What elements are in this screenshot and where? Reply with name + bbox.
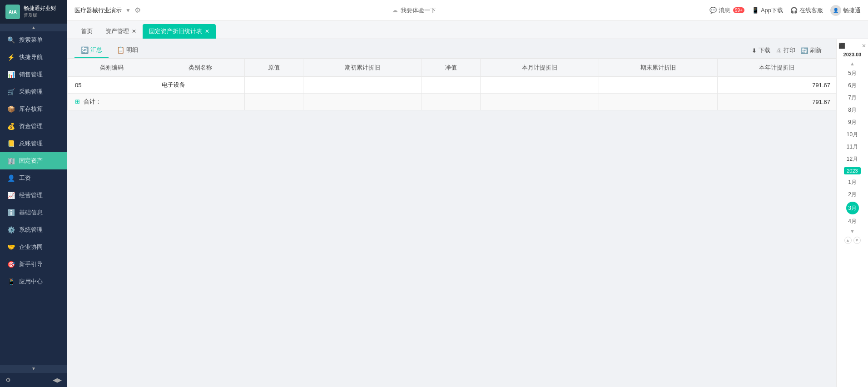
sidebar-item-sales[interactable]: 📊 销售管理	[0, 66, 67, 83]
online-service-label: 在线客服	[799, 6, 823, 15]
month-3[interactable]: 3月	[846, 202, 859, 214]
collapse-icon[interactable]: ◀▶	[53, 377, 62, 383]
month-2[interactable]: 2月	[837, 189, 868, 201]
subtab-summary[interactable]: 🔄 汇总	[74, 43, 109, 58]
settings-icon[interactable]: ⚙	[5, 377, 11, 383]
app-download-button[interactable]: 📱 App下载	[752, 6, 783, 15]
refresh-button[interactable]: 🔄 刷新	[801, 46, 822, 55]
sidebar-item-inventory[interactable]: 📦 库存核算	[0, 100, 67, 118]
month-8[interactable]: 8月	[837, 104, 868, 116]
panel-nav-down[interactable]: ▼	[849, 228, 856, 235]
subtabs: 🔄 汇总 📋 明细 ⬇ 下载 🖨 打印	[67, 39, 836, 59]
panel-scroll-down-circle[interactable]: ▼	[853, 237, 861, 244]
table-row: 05 电子设备 791.67	[68, 77, 836, 94]
sidebar-item-purchase[interactable]: 🛒 采购管理	[0, 83, 67, 100]
topbar-right: 💬 消息 99+ 📱 App下载 🎧 在线客服 👤 畅捷通	[709, 5, 861, 16]
enterprise-icon: 🤝	[7, 243, 15, 251]
topbar: 医疗器械行业演示 ▼ ⚙ ☁ 我要体验一下 💬 消息 99+ 📱 App下载 🎧…	[67, 0, 868, 21]
col-header-monthly: 本月计提折旧	[481, 59, 599, 77]
avatar: 👤	[830, 5, 841, 16]
download-button[interactable]: ⬇ 下载	[752, 46, 770, 55]
sidebar-item-ledger[interactable]: 📒 总账管理	[0, 135, 67, 152]
main-body: 🔄 汇总 📋 明细 ⬇ 下载 🖨 打印	[67, 39, 868, 387]
year-2023-label[interactable]: 2023	[844, 167, 860, 174]
sidebar-label-purchase: 采购管理	[19, 88, 43, 96]
cell-code: 05	[68, 77, 156, 94]
panel-close-icon[interactable]: ✕	[862, 43, 866, 49]
month-1[interactable]: 1月	[837, 176, 868, 189]
sidebar-label-payroll: 工资	[19, 174, 31, 182]
print-button[interactable]: 🖨 打印	[776, 46, 795, 55]
sales-icon: 📊	[7, 71, 15, 78]
refresh-label: 刷新	[810, 46, 822, 55]
tab-asset-mgmt-label: 资产管理	[105, 27, 129, 35]
ledger-icon: 📒	[7, 140, 15, 147]
month-10[interactable]: 10月	[837, 129, 868, 141]
sidebar-item-payroll[interactable]: 👤 工资	[0, 169, 67, 187]
cell-original	[245, 77, 303, 94]
main-area: 医疗器械行业演示 ▼ ⚙ ☁ 我要体验一下 💬 消息 99+ 📱 App下载 🎧…	[67, 0, 868, 387]
download-label: 下载	[759, 46, 770, 55]
sidebar-item-enterprise[interactable]: 🤝 企业协同	[0, 238, 67, 256]
sidebar-scroll-down[interactable]: ▼	[0, 365, 67, 372]
messages-icon: 💬	[709, 7, 717, 14]
month-7[interactable]: 7月	[837, 92, 868, 104]
month-5[interactable]: 5月	[837, 67, 868, 79]
purchase-icon: 🛒	[7, 88, 15, 95]
tabbar: 首页 资产管理 ✕ 固定资产折旧统计表 ✕	[67, 21, 868, 39]
col-header-end-accum: 期末累计折旧	[599, 59, 718, 77]
sidebar-item-finance[interactable]: 💰 资金管理	[0, 118, 67, 135]
tab-asset-mgmt[interactable]: 资产管理 ✕	[99, 24, 143, 39]
topbar-trial[interactable]: ☁ 我要体验一下	[392, 6, 709, 15]
topbar-settings-icon[interactable]: ⚙	[134, 6, 141, 15]
right-date-panel: ⬛ ✕ 2023.03 ▲ 5月 6月 7月 8月 9月 10月 11月 12月…	[836, 39, 868, 387]
tab-depreciation-label: 固定资产折旧统计表	[149, 27, 202, 35]
service-icon: 🎧	[790, 7, 798, 14]
cell-name: 电子设备	[156, 77, 245, 94]
month-6[interactable]: 6月	[837, 79, 868, 92]
subtab-detail-label: 明细	[126, 46, 138, 54]
cloud-icon: ☁	[392, 7, 398, 14]
sidebar-brand: 畅捷通好业财 普及版	[24, 5, 56, 19]
user-menu[interactable]: 👤 畅捷通	[830, 5, 861, 16]
tab-asset-mgmt-close[interactable]: ✕	[132, 28, 136, 35]
panel-scroll-up-circle[interactable]: ▲	[844, 237, 852, 244]
sidebar-item-mgmt[interactable]: 📈 经营管理	[0, 187, 67, 204]
panel-expand-icon[interactable]: ⬛	[838, 43, 845, 49]
sum-init-accum	[303, 94, 422, 110]
month-11[interactable]: 11月	[837, 141, 868, 153]
sidebar-label-enterprise: 企业协同	[19, 243, 43, 251]
sidebar-scroll-up[interactable]: ▲	[0, 24, 67, 31]
cell-init-accum	[303, 77, 422, 94]
panel-nav-up[interactable]: ▲	[849, 60, 856, 67]
sidebar-item-quicknav[interactable]: ⚡ 快捷导航	[0, 49, 67, 66]
sum-end-accum	[599, 94, 718, 110]
tab-depreciation[interactable]: 固定资产折旧统计表 ✕	[143, 24, 216, 39]
sidebar-item-fixedassets[interactable]: 🏢 固定资产	[0, 152, 67, 169]
messages-button[interactable]: 💬 消息 99+	[709, 6, 744, 15]
sidebar-item-system[interactable]: ⚙️ 系统管理	[0, 221, 67, 238]
basicinfo-icon: ℹ️	[7, 209, 15, 216]
sidebar-item-appcenter[interactable]: 📱 应用中心	[0, 273, 67, 290]
month-12[interactable]: 12月	[837, 153, 868, 165]
tab-home[interactable]: 首页	[74, 24, 99, 39]
online-service-button[interactable]: 🎧 在线客服	[790, 6, 823, 15]
sidebar-footer: ⚙ ◀▶	[0, 372, 67, 387]
sum-yearly: 791.67	[718, 94, 836, 110]
sidebar-item-search[interactable]: 🔍 搜索菜单	[0, 31, 67, 49]
summary-icon: 🔄	[81, 46, 89, 54]
sidebar-item-basicinfo[interactable]: ℹ️ 基础信息	[0, 204, 67, 221]
sidebar-label-inventory: 库存核算	[19, 105, 43, 113]
sidebar-item-newguide[interactable]: 🎯 新手引导	[0, 256, 67, 273]
appcenter-icon: 📱	[7, 278, 15, 285]
sidebar-header: AtA 畅捷通好业财 普及版	[0, 0, 67, 24]
company-dropdown-arrow[interactable]: ▼	[125, 7, 131, 14]
month-4[interactable]: 4月	[837, 215, 868, 228]
download-icon: ⬇	[752, 47, 757, 54]
sidebar-label-quicknav: 快捷导航	[19, 53, 43, 61]
subtab-detail[interactable]: 📋 明细	[110, 43, 144, 58]
panel-header: 2023.03	[842, 49, 863, 60]
mgmt-icon: 📈	[7, 192, 15, 199]
month-9[interactable]: 9月	[837, 116, 868, 129]
tab-depreciation-close[interactable]: ✕	[205, 28, 209, 35]
